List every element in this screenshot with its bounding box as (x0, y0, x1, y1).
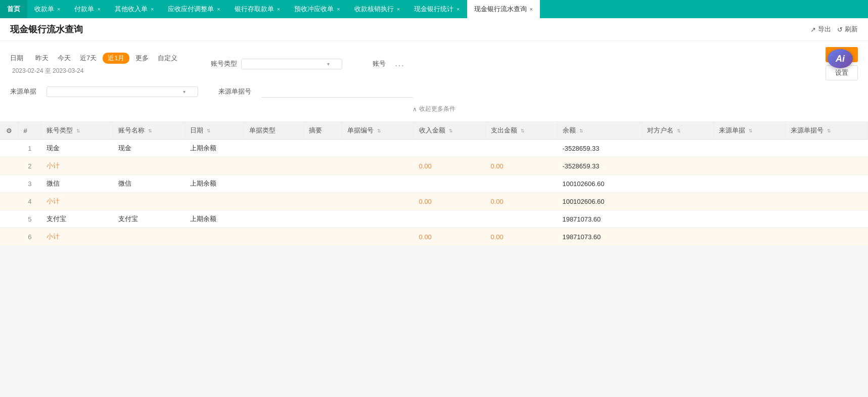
nav-home[interactable]: 首页 (0, 0, 27, 18)
date-more[interactable]: 更多 (132, 53, 152, 64)
date-options: 昨天 今天 近7天 近1月 更多 自定义 (32, 53, 180, 64)
tab-collection-exec[interactable]: 收款核销执行 × (347, 0, 407, 18)
date-range-display: 2023-02-24 至 2023-03-24 (12, 67, 180, 75)
source-doc-select[interactable]: ▾ (47, 86, 198, 97)
date-last7[interactable]: 近7天 (77, 53, 100, 64)
page-header: 现金银行流水查询 ↗ 导出 ↺ 刷新 (0, 18, 868, 41)
close-icon[interactable]: × (151, 6, 154, 12)
filter-row-date: 日期 昨天 今天 近7天 近1月 更多 自定义 2023-02-24 至 202… (10, 47, 858, 80)
source-doc-no-input[interactable] (261, 85, 413, 98)
source-doc-label: 来源单据 (10, 87, 36, 96)
page-title: 现金银行流水查询 (10, 23, 83, 35)
tab-other-income[interactable]: 其他收入单 × (108, 0, 161, 18)
close-icon[interactable]: × (97, 6, 100, 12)
refresh-icon: ↺ (837, 26, 843, 33)
col-account-type-header[interactable]: 账号类型 ⇅ (41, 122, 113, 140)
data-table: ⚙ # 账号类型 ⇅ 账号名称 ⇅ 日期 ⇅ 单据类型 摘要 单据编号 ⇅ 收入… (0, 122, 868, 246)
col-income-header[interactable]: 收入金额 ⇅ (414, 122, 486, 140)
col-doc-type-header: 单据类型 (244, 122, 303, 140)
table-row: 2小计0.000.00-3528659.33 (0, 157, 868, 175)
col-account-name-header[interactable]: 账号名称 ⇅ (113, 122, 185, 140)
col-counterparty-header[interactable]: 对方户名 ⇅ (642, 122, 714, 140)
tab-bank-deposit[interactable]: 银行存取款单 × (227, 0, 287, 18)
tab-cash-bank-stats[interactable]: 现金银行统计 × (407, 0, 467, 18)
export-button[interactable]: ↗ 导出 (810, 25, 831, 34)
chevron-down-icon: ▾ (183, 89, 186, 95)
col-gear-header[interactable]: ⚙ (0, 122, 18, 140)
col-source-doc-header[interactable]: 来源单据 ⇅ (713, 122, 785, 140)
table-row: 6小计0.000.0019871073.60 (0, 228, 868, 246)
date-custom[interactable]: 自定义 (155, 53, 180, 64)
close-icon[interactable]: × (277, 6, 280, 12)
source-doc-no-label: 来源单据号 (218, 87, 251, 96)
account-type-select[interactable]: ▾ (241, 59, 342, 69)
tab-payments[interactable]: 付款单 × (67, 0, 107, 18)
col-source-doc-no-header[interactable]: 来源单据号 ⇅ (785, 122, 867, 140)
col-expense-header[interactable]: 支出金额 ⇅ (485, 122, 557, 140)
account-type-label: 账号类型 (211, 59, 237, 68)
table-row: 1现金现金上期余额-3528659.33 (0, 140, 868, 157)
col-date-header[interactable]: 日期 ⇅ (185, 122, 244, 140)
account-more-button[interactable]: ... (395, 59, 404, 68)
tab-receivable-adjust[interactable]: 应收应付调整单 × (161, 0, 227, 18)
filter-area: 日期 昨天 今天 近7天 近1月 更多 自定义 2023-02-24 至 202… (0, 41, 868, 122)
top-nav: 首页 收款单 × 付款单 × 其他收入单 × 应收应付调整单 × 银行存取款单 … (0, 0, 868, 18)
tab-cash-bank-flow[interactable]: 现金银行流水查询 × (467, 0, 540, 18)
chevron-down-icon: ▾ (327, 61, 330, 67)
date-today[interactable]: 今天 (55, 53, 74, 64)
account-label: 账号 (373, 59, 391, 68)
col-seq-header: # (18, 122, 41, 140)
date-yesterday[interactable]: 昨天 (32, 53, 52, 64)
export-icon: ↗ (810, 26, 816, 33)
col-balance-header[interactable]: 余额 ⇅ (557, 122, 642, 140)
filter-row-source: 来源单据 ▾ 来源单据号 (10, 85, 858, 98)
col-doc-no-header[interactable]: 单据编号 ⇅ (342, 122, 414, 140)
refresh-button[interactable]: ↺ 刷新 (837, 25, 858, 34)
date-label: 日期 (10, 54, 28, 63)
collapse-button[interactable]: ∧ 收起更多条件 (10, 103, 858, 115)
header-actions: ↗ 导出 ↺ 刷新 (810, 25, 858, 34)
date-last1month[interactable]: 近1月 (103, 53, 129, 64)
table-header-row: ⚙ # 账号类型 ⇅ 账号名称 ⇅ 日期 ⇅ 单据类型 摘要 单据编号 ⇅ 收入… (0, 122, 868, 140)
close-icon[interactable]: × (217, 6, 220, 12)
table-row: 5支付宝支付宝上期余额19871073.60 (0, 210, 868, 228)
table-row: 4小计0.000.00100102606.60 (0, 193, 868, 210)
close-icon[interactable]: × (397, 6, 400, 12)
tab-receipts[interactable]: 收款单 × (27, 0, 67, 18)
tab-advance-offset[interactable]: 预收冲应收单 × (287, 0, 347, 18)
close-icon[interactable]: × (530, 6, 533, 12)
close-icon[interactable]: × (57, 6, 60, 12)
col-summary-header: 摘要 (303, 122, 342, 140)
table-row: 3微信微信上期余额100102606.60 (0, 175, 868, 193)
close-icon[interactable]: × (337, 6, 340, 12)
ai-assistant-button[interactable]: Ai (828, 49, 853, 68)
close-icon[interactable]: × (456, 6, 460, 12)
chevron-up-icon: ∧ (413, 106, 417, 113)
table-container: ⚙ # 账号类型 ⇅ 账号名称 ⇅ 日期 ⇅ 单据类型 摘要 单据编号 ⇅ 收入… (0, 122, 868, 246)
